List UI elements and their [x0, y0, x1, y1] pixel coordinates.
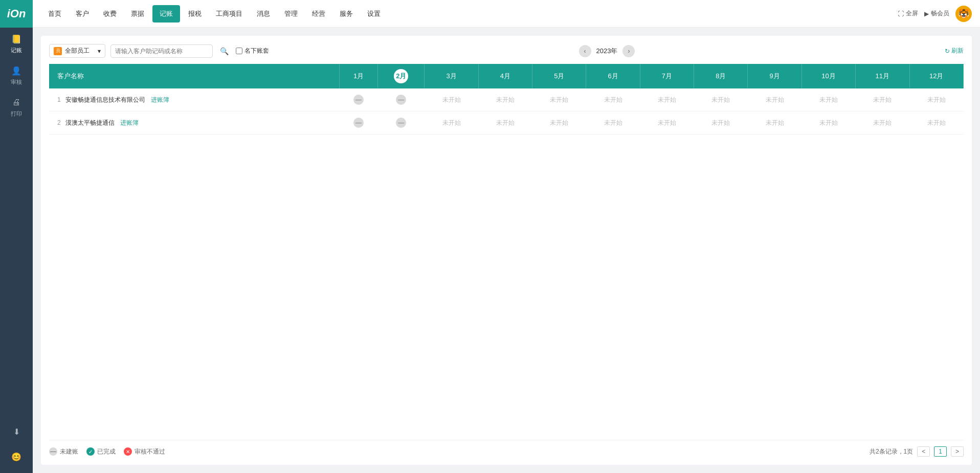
next-year-button[interactable]: › [622, 45, 635, 57]
search-input[interactable] [110, 44, 213, 58]
sidebar-item-jizhang[interactable]: 📒 记账 [0, 28, 33, 59]
refresh-icon: ↻ [945, 48, 950, 55]
prev-year-button[interactable]: ‹ [579, 45, 591, 57]
nav-xiaoxi[interactable]: 消息 [250, 0, 277, 28]
employee-filter[interactable]: 员 全部员工 ▾ [49, 44, 105, 58]
refresh-button[interactable]: ↻ 刷新 [945, 47, 964, 55]
next-page-button[interactable]: > [951, 446, 964, 457]
status-dash-icon: — [396, 118, 406, 128]
row-month-12: 未开始 [909, 88, 964, 111]
legend-rejected: ✕ 审核不通过 [124, 447, 165, 456]
sidebar-item-label: 审核 [11, 78, 22, 86]
col-header-name: 客户名称 [49, 64, 339, 88]
support-icon: 😊 [10, 451, 23, 463]
jizhang-icon: 📒 [10, 33, 23, 45]
current-page: 1 [934, 446, 947, 457]
table-row: 2 漠澳太平畅捷通信 进账簿——未开始未开始未开始未开始未开始未开始未开始未开始… [49, 111, 964, 134]
row-month-4: 未开始 [478, 88, 532, 111]
legend-dot-red: ✕ [124, 447, 132, 456]
sidebar-item-download[interactable]: ⬇ [0, 420, 33, 443]
col-header-m1: 1月 [339, 64, 377, 88]
month-status: 未开始 [442, 96, 461, 103]
filter-label: 全部员工 [65, 47, 90, 55]
row-month-2: — [378, 88, 425, 111]
month-status: 未开始 [442, 119, 461, 126]
status-dash-icon: — [353, 118, 364, 128]
row-month-3: 未开始 [425, 111, 478, 134]
nav-fuwu[interactable]: 服务 [332, 0, 360, 28]
customer-name: 漠澳太平畅捷通信 [65, 119, 115, 126]
nav-guanli[interactable]: 管理 [277, 0, 305, 28]
row-month-5: 未开始 [532, 88, 586, 111]
col-header-m6: 6月 [586, 64, 640, 88]
dropdown-arrow-icon: ▾ [98, 48, 101, 55]
nav-jingying[interactable]: 经营 [305, 0, 332, 28]
fullscreen-btn[interactable]: ⛶ 全屏 [898, 9, 918, 18]
fullscreen-icon: ⛶ [898, 10, 904, 17]
sidebar: iOn 📒 记账 👤 审核 🖨 打印 ⬇ 😊 [0, 0, 33, 473]
search-icon: 🔍 [220, 47, 229, 55]
nav-shoufei[interactable]: 收费 [96, 0, 124, 28]
legend-dot-gray: — [49, 447, 57, 456]
row-month-9: 未开始 [748, 111, 801, 134]
sidebar-item-support[interactable]: 😊 [0, 445, 33, 468]
row-month-6: 未开始 [586, 111, 640, 134]
status-dash-icon: — [396, 95, 406, 105]
tag-icon: 员 [54, 47, 62, 55]
month-status: 未开始 [604, 96, 622, 103]
sidebar-item-dayin[interactable]: 🖨 打印 [0, 91, 33, 123]
content-area: 员 全部员工 ▾ 🔍 名下账套 ‹ 2023年 › ↻ [33, 28, 980, 473]
table-wrapper: 客户名称 1月 2月 3月 4月 5月 6月 7月 8月 [49, 64, 964, 436]
row-month-1: — [339, 88, 377, 111]
nav-home[interactable]: 首页 [41, 0, 69, 28]
month-status: 未开始 [766, 119, 784, 126]
app-logo: iOn [0, 0, 33, 28]
col-header-m10: 10月 [801, 64, 855, 88]
month-status: 未开始 [550, 96, 568, 103]
row-month-8: 未开始 [694, 111, 748, 134]
month-status: 未开始 [873, 96, 892, 103]
nav-shezhi[interactable]: 设置 [360, 0, 388, 28]
sidebar-bottom: ⬇ 😊 [0, 420, 33, 473]
enter-account-link[interactable]: 进账簿 [120, 119, 139, 126]
avatar[interactable]: 🐯 [955, 6, 972, 22]
row-month-5: 未开始 [532, 111, 586, 134]
legend-label-not-started: 未建账 [60, 447, 78, 456]
shenhe-icon: 👤 [10, 64, 23, 77]
nav-piaoju[interactable]: 票据 [124, 0, 151, 28]
row-month-7: 未开始 [640, 111, 694, 134]
nav-gongshang[interactable]: 工商项目 [209, 0, 250, 28]
row-month-11: 未开始 [856, 111, 909, 134]
prev-page-button[interactable]: < [917, 446, 930, 457]
nav-jizhang[interactable]: 记账 [152, 5, 180, 22]
sidebar-item-shenhe[interactable]: 👤 审核 [0, 59, 33, 91]
main-card: 员 全部员工 ▾ 🔍 名下账套 ‹ 2023年 › ↻ [41, 36, 972, 465]
month-status: 未开始 [658, 119, 676, 126]
topnav: 首页 客户 收费 票据 记账 报税 工商项目 消息 管理 经营 服务 设置 ⛶ … [33, 0, 980, 28]
mingxia-checkbox[interactable] [236, 48, 242, 54]
col-header-m11: 11月 [856, 64, 909, 88]
enter-account-link[interactable]: 进账簿 [151, 96, 169, 103]
toolbar: 员 全部员工 ▾ 🔍 名下账套 ‹ 2023年 › ↻ [49, 44, 964, 58]
col-header-m8: 8月 [694, 64, 748, 88]
pagination: 共2条记录，1页 < 1 > [870, 446, 964, 457]
legend-label-rejected: 审核不通过 [135, 447, 165, 456]
total-text: 共2条记录，1页 [870, 447, 913, 456]
row-month-3: 未开始 [425, 88, 478, 111]
row-month-8: 未开始 [694, 88, 748, 111]
col-header-m4: 4月 [478, 64, 532, 88]
row-month-4: 未开始 [478, 111, 532, 134]
row-num: 1 [57, 96, 61, 103]
member-btn[interactable]: ▶ 畅会员 [924, 9, 949, 18]
legend-not-started: — 未建账 [49, 447, 78, 456]
sidebar-item-label: 打印 [11, 110, 22, 118]
legend-label-completed: 已完成 [97, 447, 116, 456]
search-button[interactable]: 🔍 [218, 47, 231, 55]
nav-customer[interactable]: 客户 [69, 0, 96, 28]
col-header-m7: 7月 [640, 64, 694, 88]
row-month-2: — [378, 111, 425, 134]
member-label: 畅会员 [931, 9, 949, 18]
nav-baoshui[interactable]: 报税 [181, 0, 209, 28]
checkbox-label[interactable]: 名下账套 [236, 47, 269, 55]
col-header-m12: 12月 [909, 64, 964, 88]
